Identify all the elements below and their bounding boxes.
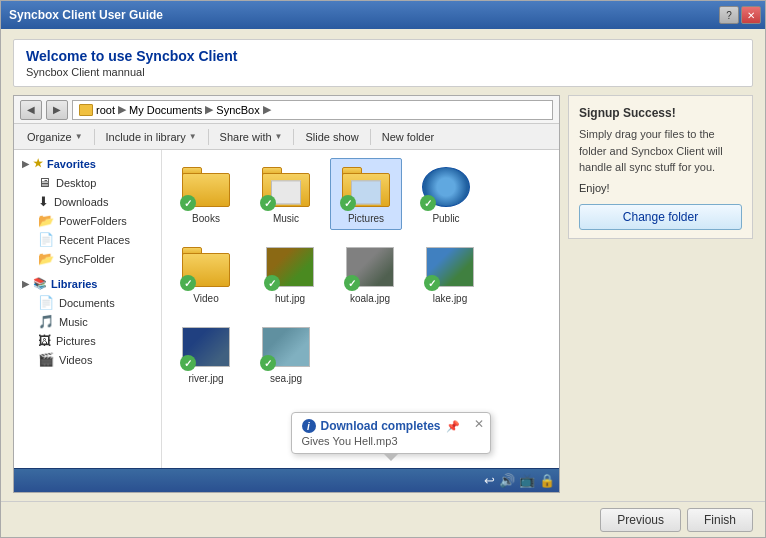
file-item-hut[interactable]: ✓ hut.jpg	[254, 238, 326, 310]
nav-panel: ▶ ★ Favorites 🖥 Desktop ⬇ Downloads	[14, 150, 162, 468]
syncfolder-icon: 📂	[38, 251, 54, 266]
back-button[interactable]: ◀	[20, 100, 42, 120]
file-item-river[interactable]: ✓ river.jpg	[170, 318, 242, 390]
books-check: ✓	[180, 195, 196, 211]
sidebar-item-videos[interactable]: 🎬 Videos	[14, 350, 161, 369]
toast-close-button[interactable]: ✕	[474, 417, 484, 431]
file-item-video[interactable]: ✓ Video	[170, 238, 242, 310]
pictures-folder-wrap: ✓	[340, 163, 392, 211]
new-folder-label: New folder	[382, 131, 435, 143]
finish-button[interactable]: Finish	[687, 508, 753, 532]
lake-check: ✓	[424, 275, 440, 291]
file-item-books[interactable]: ✓ Books	[170, 158, 242, 230]
window-title: Syncbox Client User Guide	[9, 8, 163, 22]
koala-icon-wrap: ✓	[344, 243, 396, 291]
main-window: Syncbox Client User Guide ? ✕ Welcome to…	[0, 0, 766, 538]
share-with-button[interactable]: Share with ▼	[213, 128, 290, 146]
sidebar-item-recent[interactable]: 📄 Recent Places	[14, 230, 161, 249]
explorer-panel: ◀ ▶ root ▶ My Documents ▶ SyncBox ▶	[13, 95, 560, 493]
music-name: Music	[273, 213, 299, 225]
change-folder-button[interactable]: Change folder	[579, 204, 742, 230]
desktop-label: Desktop	[56, 177, 96, 189]
file-item-sea[interactable]: ✓ sea.jpg	[250, 318, 322, 390]
favorites-arrow: ▶	[22, 159, 29, 169]
titlebar: Syncbox Client User Guide ? ✕	[1, 1, 765, 29]
powerfolders-label: PowerFolders	[59, 215, 127, 227]
toast-pin-icon[interactable]: 📌	[446, 420, 460, 433]
file-grid: ✓ Books	[162, 150, 559, 468]
forward-button[interactable]: ▶	[46, 100, 68, 120]
libraries-header[interactable]: ▶ 📚 Libraries	[14, 274, 161, 293]
share-with-label: Share with	[220, 131, 272, 143]
slide-show-label: Slide show	[305, 131, 358, 143]
favorites-header[interactable]: ▶ ★ Favorites	[14, 154, 161, 173]
taskbar: ↩ 🔊 📺 🔒	[14, 468, 559, 492]
libraries-arrow: ▶	[22, 279, 29, 289]
taskbar-icon-2[interactable]: 🔊	[499, 473, 515, 488]
previous-button[interactable]: Previous	[600, 508, 681, 532]
signup-text: Simply drag your files to the folder and…	[579, 126, 742, 176]
taskbar-icon-4[interactable]: 🔒	[539, 473, 555, 488]
file-item-public[interactable]: ✓ Public	[410, 158, 482, 230]
music-label: Music	[59, 316, 88, 328]
sidebar-item-documents[interactable]: 📄 Documents	[14, 293, 161, 312]
documents-label: Documents	[59, 297, 115, 309]
explorer-toolbar: Organize ▼ Include in library ▼ Share wi…	[14, 124, 559, 150]
video-check: ✓	[180, 275, 196, 291]
titlebar-buttons: ? ✕	[719, 6, 761, 24]
new-folder-button[interactable]: New folder	[375, 128, 442, 146]
file-item-lake[interactable]: ✓ lake.jpg	[414, 238, 486, 310]
video-folder-wrap: ✓	[180, 243, 232, 291]
toolbar-sep-2	[208, 129, 209, 145]
books-icon-wrap: ✓	[180, 163, 232, 211]
signup-box: Signup Success! Simply drag your files t…	[568, 95, 753, 239]
address-path: root ▶ My Documents ▶ SyncBox ▶	[72, 100, 553, 120]
koala-name: koala.jpg	[350, 293, 390, 305]
video-name: Video	[193, 293, 218, 305]
taskbar-icon-1[interactable]: ↩	[484, 473, 495, 488]
right-panel: Signup Success! Simply drag your files t…	[568, 95, 753, 493]
sidebar-item-pictures[interactable]: 🖼 Pictures	[14, 331, 161, 350]
recent-label: Recent Places	[59, 234, 130, 246]
sidebar-item-music[interactable]: 🎵 Music	[14, 312, 161, 331]
downloads-label: Downloads	[54, 196, 108, 208]
bottom-bar: Previous Finish	[1, 501, 765, 537]
sidebar-item-downloads[interactable]: ⬇ Downloads	[14, 192, 161, 211]
pictures-check: ✓	[340, 195, 356, 211]
path-mydocs: My Documents	[129, 104, 202, 116]
close-button[interactable]: ✕	[741, 6, 761, 24]
videos-label: Videos	[59, 354, 92, 366]
star-icon: ★	[33, 157, 43, 170]
lake-icon-wrap: ✓	[424, 243, 476, 291]
include-library-button[interactable]: Include in library ▼	[99, 128, 204, 146]
help-button[interactable]: ?	[719, 6, 739, 24]
slide-show-button[interactable]: Slide show	[298, 128, 365, 146]
hut-icon-wrap: ✓	[264, 243, 316, 291]
taskbar-icon-3[interactable]: 📺	[519, 473, 535, 488]
documents-icon: 📄	[38, 295, 54, 310]
signup-enjoy: Enjoy!	[579, 180, 742, 197]
share-with-arrow: ▼	[275, 132, 283, 141]
lake-name: lake.jpg	[433, 293, 467, 305]
koala-check: ✓	[344, 275, 360, 291]
libraries-label: Libraries	[51, 278, 97, 290]
sidebar-item-powerfolders[interactable]: 📂 PowerFolders	[14, 211, 161, 230]
toolbar-sep-4	[370, 129, 371, 145]
download-toast: ✕ i Download completes 📌 Gives You Hell.…	[291, 412, 491, 454]
file-item-music[interactable]: ✓ Music	[250, 158, 322, 230]
recent-icon: 📄	[38, 232, 54, 247]
welcome-subtitle: Syncbox Client mannual	[26, 66, 740, 78]
public-name: Public	[432, 213, 459, 225]
downloads-icon: ⬇	[38, 194, 49, 209]
file-item-pictures[interactable]: ✓ Pictures	[330, 158, 402, 230]
welcome-header: Welcome to use Syncbox Client Syncbox Cl…	[13, 39, 753, 87]
organize-button[interactable]: Organize ▼	[20, 128, 90, 146]
sidebar-item-desktop[interactable]: 🖥 Desktop	[14, 173, 161, 192]
syncfolder-label: SyncFolder	[59, 253, 115, 265]
sea-name: sea.jpg	[270, 373, 302, 385]
file-item-koala[interactable]: ✓ koala.jpg	[334, 238, 406, 310]
music-icon: 🎵	[38, 314, 54, 329]
include-library-label: Include in library	[106, 131, 186, 143]
sidebar-item-syncfolder[interactable]: 📂 SyncFolder	[14, 249, 161, 268]
pictures-label: Pictures	[56, 335, 96, 347]
